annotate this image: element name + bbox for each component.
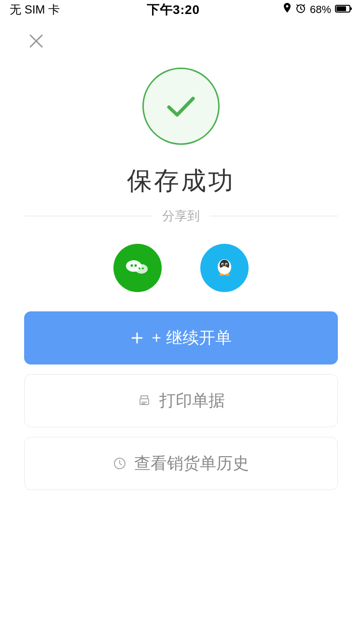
battery-text: 68%	[310, 3, 331, 16]
svg-point-19	[219, 274, 224, 276]
success-icon-circle	[142, 68, 220, 145]
status-time: 下午3:20	[147, 1, 200, 18]
svg-rect-22	[141, 402, 147, 403]
status-right: 68%	[283, 3, 352, 16]
success-section: 保存成功	[127, 68, 235, 198]
main-content: 保存成功 分享到	[0, 19, 362, 644]
svg-point-15	[222, 264, 223, 265]
success-title: 保存成功	[127, 164, 235, 198]
qq-share-button[interactable]	[200, 244, 249, 292]
divider-left	[24, 216, 153, 216]
history-label: 查看销货单历史	[134, 452, 249, 475]
svg-point-20	[225, 274, 230, 276]
carrier-text: 无 SIM 卡	[10, 2, 60, 17]
location-icon	[283, 3, 292, 16]
svg-point-6	[135, 264, 148, 274]
share-section: 分享到	[24, 208, 338, 292]
status-bar: 无 SIM 卡 下午3:20 68%	[0, 0, 362, 19]
share-icons	[113, 244, 249, 292]
print-icon	[137, 394, 152, 407]
history-icon	[113, 457, 126, 470]
svg-point-18	[220, 266, 229, 274]
continue-label: + 继续开单	[152, 327, 231, 349]
divider-right	[209, 216, 338, 216]
wechat-share-button[interactable]	[113, 244, 162, 292]
svg-point-16	[226, 264, 227, 265]
status-carrier: 无 SIM 卡	[10, 2, 64, 17]
print-button[interactable]: 打印单据	[24, 374, 338, 427]
svg-point-9	[139, 267, 140, 269]
svg-rect-23	[141, 403, 145, 404]
svg-point-8	[135, 265, 137, 267]
alarm-icon	[295, 3, 306, 16]
history-button[interactable]: 查看销货单历史	[24, 437, 338, 490]
actions-section: + 继续开单 打印单据 查看销货单历史	[24, 311, 338, 490]
svg-point-10	[142, 267, 144, 269]
share-divider: 分享到	[24, 208, 338, 224]
battery-icon	[335, 3, 352, 16]
share-label: 分享到	[162, 208, 200, 224]
plus-icon	[130, 331, 144, 345]
print-label: 打印单据	[159, 390, 225, 412]
svg-point-7	[131, 265, 133, 267]
continue-button[interactable]: + 继续开单	[24, 311, 338, 364]
svg-rect-2	[336, 6, 346, 11]
close-button[interactable]	[24, 29, 48, 53]
